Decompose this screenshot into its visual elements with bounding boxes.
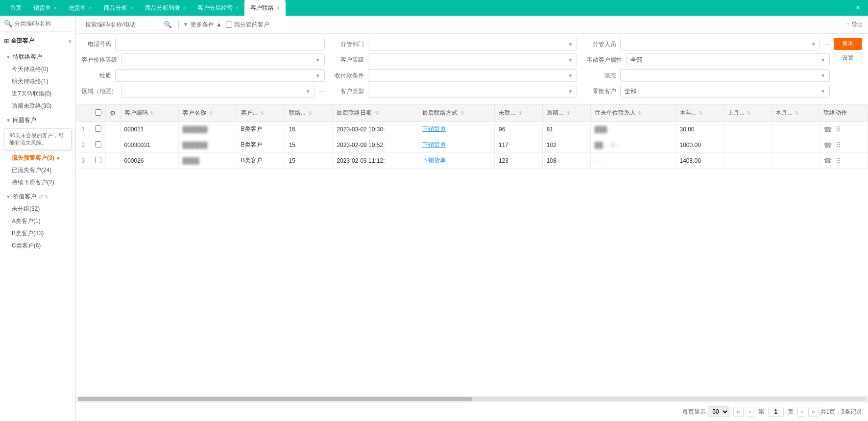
manager-select[interactable]: ▼ bbox=[620, 38, 820, 50]
tab-customer-contact[interactable]: 客户联络 × bbox=[244, 0, 286, 16]
status-select[interactable]: ▼ bbox=[620, 69, 830, 82]
tab-customer-tier[interactable]: 客户分层经营 × bbox=[192, 0, 244, 16]
sidebar-item-overdue-pending[interactable]: 逾期未联络(30) bbox=[0, 100, 75, 112]
col-last-date-header: 最后联络日期 ⇅ bbox=[333, 105, 418, 122]
row-3-last-type-link[interactable]: 下销货单 bbox=[422, 157, 446, 164]
tab-product-analysis-list-close[interactable]: × bbox=[183, 5, 186, 11]
filter-panel: 电话号码 分管部门 ▼ 分管人员 bbox=[76, 34, 868, 105]
row-1-last-type-link[interactable]: 下销货单 bbox=[422, 125, 446, 132]
row-3-phone-icon[interactable]: ☎ bbox=[823, 157, 832, 165]
tab-product-analysis-close[interactable]: × bbox=[130, 5, 133, 11]
row-1-num: 1 bbox=[76, 122, 91, 137]
nature-select[interactable]: ▼ bbox=[115, 69, 325, 82]
row-2-last-type-link[interactable]: 下销货单 bbox=[422, 141, 446, 148]
tab-customer-tier-close[interactable]: × bbox=[236, 5, 239, 11]
phone-input[interactable] bbox=[115, 38, 325, 50]
prev-page-button[interactable]: ‹ bbox=[746, 407, 754, 417]
customer-type-select[interactable]: ▼ bbox=[368, 85, 578, 98]
sidebar-problem-header[interactable]: ▼ 问题客户 bbox=[0, 114, 75, 126]
sidebar-item-class-a[interactable]: A类客户(1) bbox=[0, 215, 75, 227]
row-3-select[interactable] bbox=[95, 157, 101, 163]
refresh-icon[interactable]: ↺ bbox=[38, 194, 43, 200]
manager-dots[interactable]: ··· bbox=[824, 40, 830, 48]
table-row: 2 00030031 ██████ B类客户 15 2023-02-09 19:… bbox=[76, 137, 868, 153]
sidebar-all-customers-header[interactable]: ⊞ 全部客户 « bbox=[0, 34, 75, 48]
tab-purchase-order-close[interactable]: × bbox=[89, 5, 92, 11]
sidebar-item-declining[interactable]: 持续下滑客户(2) bbox=[0, 176, 75, 189]
tab-sales-order[interactable]: 销货单 × bbox=[27, 0, 63, 16]
retail-attr-select[interactable]: 全部 ▼ bbox=[626, 53, 830, 66]
sidebar-item-tomorrow-pending[interactable]: 明天待联络(1) bbox=[0, 75, 75, 88]
my-customers-label: 我分管的客户 bbox=[234, 21, 269, 29]
row-3-action: ☎ ⠿ bbox=[820, 153, 868, 169]
row-3-last-type[interactable]: 下销货单 bbox=[418, 153, 495, 169]
sidebar-item-churned[interactable]: 已流失客户(24) bbox=[0, 164, 75, 176]
col-last-date-label: 最后联络日期 bbox=[337, 109, 372, 116]
retail-customer-label: 零散客户 bbox=[587, 87, 616, 96]
sidebar-item-today-pending[interactable]: 今天待联络(0) bbox=[0, 63, 75, 75]
more-filters-button[interactable]: ▼ 更多条件 ▲ bbox=[183, 21, 222, 29]
row-2-select[interactable] bbox=[95, 141, 101, 148]
row-1-more-icon[interactable]: ⠿ bbox=[836, 125, 841, 133]
churn-warning-label: 流失预警客户(3) bbox=[12, 154, 54, 161]
tab-purchase-order[interactable]: 进货单 × bbox=[63, 0, 98, 16]
sort-last-type-icon: ⇅ bbox=[460, 110, 464, 116]
settings-button[interactable]: 设置 bbox=[834, 52, 862, 64]
select-all-checkbox[interactable] bbox=[95, 109, 101, 116]
export-button[interactable]: ↑ 导出 bbox=[846, 21, 863, 29]
window-close-button[interactable]: × bbox=[852, 3, 864, 12]
first-page-button[interactable]: « bbox=[733, 407, 744, 417]
sidebar-search-input[interactable] bbox=[14, 20, 76, 27]
sidebar-item-churn-warning[interactable]: 流失预警客户(3) ● bbox=[0, 152, 75, 164]
table-settings-button[interactable]: ⚙ bbox=[110, 109, 116, 117]
sidebar-item-class-b[interactable]: B类客户(33) bbox=[0, 227, 75, 240]
row-2-more-icon[interactable]: ⠿ bbox=[836, 141, 841, 149]
row-3-company-contacts: ·· ·· bbox=[590, 153, 675, 169]
dept-select[interactable]: ▼ bbox=[368, 38, 578, 50]
row-3-name: ████ bbox=[178, 153, 237, 169]
sidebar-pending-header[interactable]: ▼ 待联络客户 bbox=[0, 51, 75, 63]
customer-grade-select[interactable]: ▼ bbox=[368, 53, 578, 66]
row-3-more-icon[interactable]: ⠿ bbox=[836, 157, 841, 165]
table-row: 3 000026 ████ B类客户 15 2023-02-03 11:12: … bbox=[76, 153, 868, 169]
row-2-this-month bbox=[772, 137, 820, 153]
tab-customer-contact-close[interactable]: × bbox=[277, 5, 280, 11]
tab-product-analysis-list[interactable]: 商品分析列表 × bbox=[139, 0, 192, 16]
per-page-select[interactable]: 50 bbox=[708, 406, 729, 417]
region-dots[interactable]: ··· bbox=[319, 87, 325, 95]
main-search-input[interactable] bbox=[85, 21, 164, 28]
row-1-phone-icon[interactable]: ☎ bbox=[823, 125, 832, 133]
sidebar-item-7day-pending[interactable]: 近7天待联络(0) bbox=[0, 88, 75, 100]
sidebar-item-class-c[interactable]: C类客户(6) bbox=[0, 240, 75, 252]
retail-customer-select[interactable]: 全部 ▼ bbox=[620, 85, 830, 98]
sidebar-item-ungrouped[interactable]: 未分组(32) bbox=[0, 203, 75, 215]
nature-arrow: ▼ bbox=[315, 73, 320, 78]
col-last-type-label: 最后联络方式 bbox=[422, 109, 458, 116]
tab-home[interactable]: 首页 bbox=[4, 0, 27, 16]
payment-select[interactable]: ▼ bbox=[368, 69, 578, 82]
row-1-last-date: 2023-03-02 10:30: bbox=[333, 122, 418, 137]
region-select[interactable]: ▼ bbox=[121, 85, 315, 98]
main-search-icon[interactable]: 🔍 bbox=[164, 21, 172, 28]
filter-retail-customer: 零散客户 全部 ▼ bbox=[587, 85, 830, 98]
query-button[interactable]: 查询 bbox=[834, 38, 862, 50]
filter-phone: 电话号码 bbox=[82, 38, 325, 50]
row-2-phone-icon[interactable]: ☎ bbox=[823, 141, 832, 149]
tab-product-analysis[interactable]: 商品分析 × bbox=[98, 0, 139, 16]
horizontal-scrollbar[interactable] bbox=[76, 396, 868, 402]
scrollbar-thumb[interactable] bbox=[78, 397, 472, 401]
row-1-overdue: 81 bbox=[542, 122, 590, 137]
row-1-select[interactable] bbox=[95, 125, 101, 132]
price-grade-select[interactable]: ▼ bbox=[121, 53, 325, 66]
my-customers-checkbox[interactable] bbox=[226, 22, 232, 28]
edit-icon[interactable]: ✎ bbox=[44, 194, 49, 200]
current-page-input[interactable] bbox=[768, 407, 784, 417]
sidebar-value-header[interactable]: ▼ 价值客户 ↺ ✎ bbox=[0, 191, 75, 203]
retail-attr-arrow: ▼ bbox=[820, 57, 825, 63]
row-2-last-type[interactable]: 下销货单 bbox=[418, 137, 495, 153]
last-page-button[interactable]: » bbox=[808, 407, 819, 417]
my-customers-checkbox-label[interactable]: 我分管的客户 bbox=[226, 21, 269, 29]
row-1-last-type[interactable]: 下销货单 bbox=[418, 122, 495, 137]
next-page-button[interactable]: › bbox=[797, 407, 806, 417]
tab-sales-order-close[interactable]: × bbox=[54, 5, 57, 11]
